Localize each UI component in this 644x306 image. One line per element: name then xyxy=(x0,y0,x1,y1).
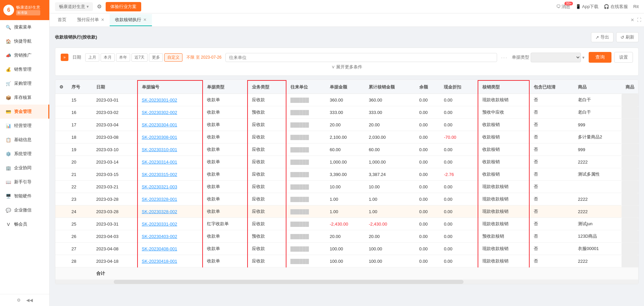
query-btn[interactable]: 查询 xyxy=(589,52,611,63)
bill-no-link[interactable]: SK-20230315-002 xyxy=(142,172,177,177)
bill-no-link[interactable]: SK-20230328-002 xyxy=(142,209,177,214)
export-btn[interactable]: ↗ 导出 xyxy=(591,32,613,42)
cell-product-img xyxy=(622,205,638,218)
th-amount: 单据金额 xyxy=(326,80,365,94)
cell-gear xyxy=(55,181,67,193)
cell-bill-type: 收款单 xyxy=(203,243,248,255)
table-row: 16 2023-03-02 SK-20230302-002 收款单 预收款 ██… xyxy=(55,106,638,119)
topbar-gear-icon[interactable]: ⚙ xyxy=(97,3,102,10)
cell-product-img xyxy=(622,193,638,205)
cell-unit: ██████ xyxy=(286,243,326,255)
tab-prepay-close[interactable]: ✕ xyxy=(101,17,104,22)
cell-write-off-type: 预收中应收 xyxy=(478,106,529,119)
member-icon: V xyxy=(5,222,11,227)
cell-unit: ██████ xyxy=(286,230,326,243)
cell-product-img xyxy=(622,106,638,119)
cell-product-img xyxy=(622,143,638,156)
tab-maximize-icon[interactable]: ⛶ xyxy=(637,17,641,22)
cell-unit: ██████ xyxy=(286,168,326,181)
table-wrap: ⚙ 序号 日期 单据编号 单据类型 业务类型 往来单位 单据金额 累计核销金额 … xyxy=(55,80,639,284)
cell-product: 测试jun xyxy=(574,218,622,230)
sidebar-item-operation[interactable]: 📊 经营管理 xyxy=(0,119,49,133)
sidebar-item-label: 经营管理 xyxy=(14,123,32,129)
bill-no-link[interactable]: SK-20230403-002 xyxy=(142,234,177,239)
last-month-btn[interactable]: 上月 xyxy=(85,53,99,62)
sidebar-item-sales[interactable]: 💰 销售管理 xyxy=(0,62,49,76)
cell-balance: 0.00 xyxy=(415,205,440,218)
bill-no-link[interactable]: SK-20230328-001 xyxy=(142,197,177,202)
tab-receipts[interactable]: 收款核销执行 ✕ xyxy=(110,14,152,26)
cell-write-off: 1.00 xyxy=(365,193,415,205)
tab-receipts-close[interactable]: ✕ xyxy=(143,17,147,22)
sidebar-item-member[interactable]: V 畅会员 xyxy=(0,217,49,231)
online-service-btn[interactable]: 🎧 在线客服 xyxy=(604,4,628,10)
unit-input[interactable] xyxy=(225,53,497,62)
cell-settled: 否 xyxy=(529,143,574,156)
bill-no-link[interactable]: SK-20230331-002 xyxy=(142,222,177,227)
sidebar-item-enterprise[interactable]: 🏢 企业协同 xyxy=(0,161,49,175)
th-balance: 余额 xyxy=(415,80,440,94)
sidebar-item-quicknav[interactable]: 🏠 快捷导航 xyxy=(0,34,49,48)
cell-cash-discount: 0.00 xyxy=(440,94,478,106)
cell-biz-type: 应收款 xyxy=(248,205,286,218)
sidebar-item-purchase[interactable]: 🛒 采购管理 xyxy=(0,76,49,90)
tab-prepay[interactable]: 预付应付单 ✕ xyxy=(72,14,110,26)
sidebar-item-marketing[interactable]: 📣 营销推广 xyxy=(0,48,49,62)
filter-toggle-btn[interactable]: » xyxy=(61,54,68,61)
app-download-btn[interactable]: 📱 App下载 xyxy=(576,4,598,10)
cell-unit: ██████ xyxy=(286,205,326,218)
sidebar-item-wechat[interactable]: 💬 企业微信 xyxy=(0,203,49,217)
th-bill-no: 单据编号 xyxy=(138,80,203,94)
sidebar-item-basic[interactable]: 📋 基础信息 xyxy=(0,133,49,147)
this-month-btn[interactable]: 本月 xyxy=(101,53,115,62)
cell-bill-no: SK-20230315-002 xyxy=(138,168,203,181)
sidebar-item-hardware[interactable]: 🖥️ 智能硬件 xyxy=(0,189,49,203)
last-7days-btn[interactable]: 近7天 xyxy=(131,53,148,62)
bill-no-link[interactable]: SK-20230314-001 xyxy=(142,160,177,165)
cell-settled: 否 xyxy=(529,181,574,193)
bill-no-link[interactable]: SK-20230301-002 xyxy=(142,98,177,103)
sidebar-item-search[interactable]: 🔍 搜索菜单 xyxy=(0,20,49,34)
more-btn[interactable]: 更多 xyxy=(149,53,163,62)
sidebar-item-inventory[interactable]: 📦 库存核算 xyxy=(0,90,49,105)
table-scrollbar-thumb[interactable] xyxy=(114,280,464,284)
sidebar-item-guide[interactable]: 📖 新手引导 xyxy=(0,175,49,189)
sidebar-item-system[interactable]: ⚙️ 系统管理 xyxy=(0,147,49,161)
cell-biz-type: 应收款 xyxy=(248,131,286,143)
message-btn[interactable]: 🗨 消息 99+ xyxy=(556,4,571,10)
bill-no-link[interactable]: SK-20230418-001 xyxy=(142,259,177,264)
bill-no-link[interactable]: SK-20230302-002 xyxy=(142,110,177,115)
cell-amount: 10.00 xyxy=(326,181,365,193)
tab-home[interactable]: 首页 xyxy=(52,14,72,26)
sidebar-item-label: 库存核算 xyxy=(14,95,32,101)
type-select[interactable] xyxy=(531,53,581,62)
sidebar-collapse-icon[interactable]: ◀◀ xyxy=(26,298,33,303)
this-year-btn[interactable]: 本年 xyxy=(116,53,130,62)
custom-btn[interactable]: 自定义 xyxy=(164,53,182,62)
bill-no-link[interactable]: SK-20230408-001 xyxy=(142,246,177,251)
sidebar-item-finance[interactable]: 💳 资金管理 xyxy=(0,105,49,119)
cell-balance: 0.00 xyxy=(415,156,440,168)
bill-no-link[interactable]: SK-20230321-003 xyxy=(142,184,177,189)
cell-unit: ██████ xyxy=(286,119,326,131)
sidebar-settings-icon[interactable]: ⚙ xyxy=(17,298,21,303)
unit-filter xyxy=(225,53,497,62)
topbar: 畅康道好生意 ▾ ⚙ 体验行业方案 🗨 消息 99+ 📱 App下载 🎧 在线客… xyxy=(50,0,644,13)
bill-no-link[interactable]: SK-20230310-001 xyxy=(142,147,177,152)
industry-btn[interactable]: 体验行业方案 xyxy=(106,2,141,11)
settings-btn[interactable]: 设置 xyxy=(614,52,633,63)
expand-btn[interactable]: ∨ 展开更多条件 xyxy=(331,64,363,70)
cell-write-off: 360.00 xyxy=(365,94,415,106)
cell-amount: 60.00 xyxy=(326,143,365,156)
cell-write-off: 60.00 xyxy=(365,143,415,156)
table-scrollbar[interactable] xyxy=(55,280,638,284)
cell-settled: 否 xyxy=(529,243,574,255)
bill-no-link[interactable]: SK-20230308-001 xyxy=(142,135,177,140)
cell-biz-type: 预收款 xyxy=(248,106,286,119)
refresh-btn[interactable]: ↺ 刷新 xyxy=(616,32,639,42)
filter-dots: ··· xyxy=(501,55,508,60)
tab-close-all-icon[interactable]: ✕ xyxy=(631,17,634,22)
cell-product-img xyxy=(622,119,638,131)
wechat-icon: 💬 xyxy=(5,208,11,213)
bill-no-link[interactable]: SK-20230304-001 xyxy=(142,122,177,127)
